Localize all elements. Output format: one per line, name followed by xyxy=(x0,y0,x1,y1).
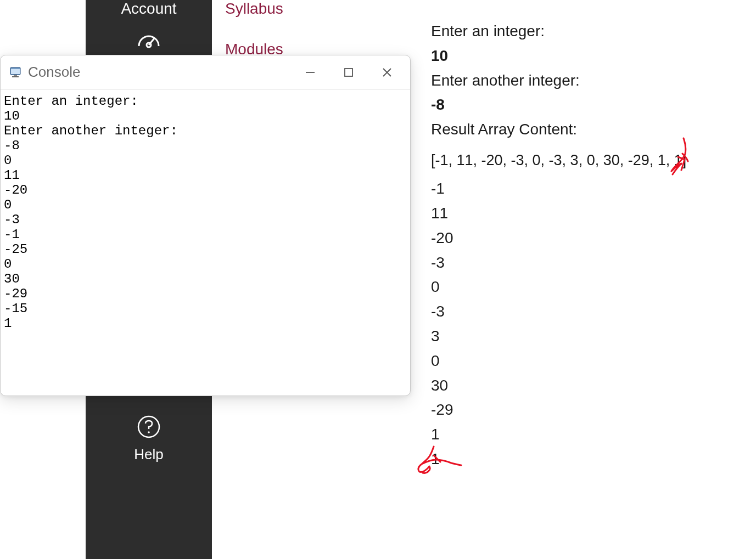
help-icon xyxy=(86,415,212,441)
list-item: -3 xyxy=(431,251,738,275)
help-label: Help xyxy=(86,446,212,463)
list-item: -29 xyxy=(431,398,738,422)
result-array: [-1, 11, -20, -3, 0, -3, 3, 0, 30, -29, … xyxy=(431,149,738,172)
list-item: -1 xyxy=(431,177,738,201)
sidebar-item-account[interactable]: Account xyxy=(121,0,176,58)
value-1: 10 xyxy=(431,44,738,69)
console-output: Enter an integer: 10 Enter another integ… xyxy=(1,89,410,396)
list-item: -3 xyxy=(431,300,738,324)
list-item: 3 xyxy=(431,324,738,349)
svg-point-3 xyxy=(148,431,150,433)
svg-rect-9 xyxy=(345,69,352,76)
dashboard-icon xyxy=(121,29,176,52)
maximize-button[interactable] xyxy=(341,65,356,80)
console-titlebar[interactable]: Console xyxy=(1,55,410,89)
prompt-1: Enter an integer: xyxy=(431,19,738,44)
minimize-button[interactable] xyxy=(303,65,318,80)
list-item: 11 xyxy=(431,201,738,226)
prompt-2: Enter another integer: xyxy=(431,69,738,93)
account-label: Account xyxy=(121,0,176,18)
list-item: 1 xyxy=(431,447,738,472)
list-item: 30 xyxy=(431,374,738,398)
content-panel: Enter an integer: 10 Enter another integ… xyxy=(431,19,738,472)
list-item: 1 xyxy=(431,422,738,447)
console-title: Console xyxy=(28,64,303,81)
list-item: 0 xyxy=(431,349,738,374)
console-window: Console Enter an integer: 10 Enter anoth… xyxy=(0,55,411,396)
svg-rect-7 xyxy=(12,76,19,77)
window-controls xyxy=(303,65,405,80)
result-values-list: -1 11 -20 -3 0 -3 3 0 30 -29 1 1 xyxy=(431,177,738,472)
list-item: 0 xyxy=(431,275,738,300)
nav-link-syllabus[interactable]: Syllabus xyxy=(225,0,283,18)
sidebar-item-help[interactable]: Help xyxy=(86,415,212,463)
list-item: -20 xyxy=(431,226,738,251)
value-2: -8 xyxy=(431,93,738,117)
svg-rect-5 xyxy=(11,69,20,74)
result-label: Result Array Content: xyxy=(431,117,738,142)
console-app-icon xyxy=(9,66,21,78)
close-button[interactable] xyxy=(379,65,395,80)
